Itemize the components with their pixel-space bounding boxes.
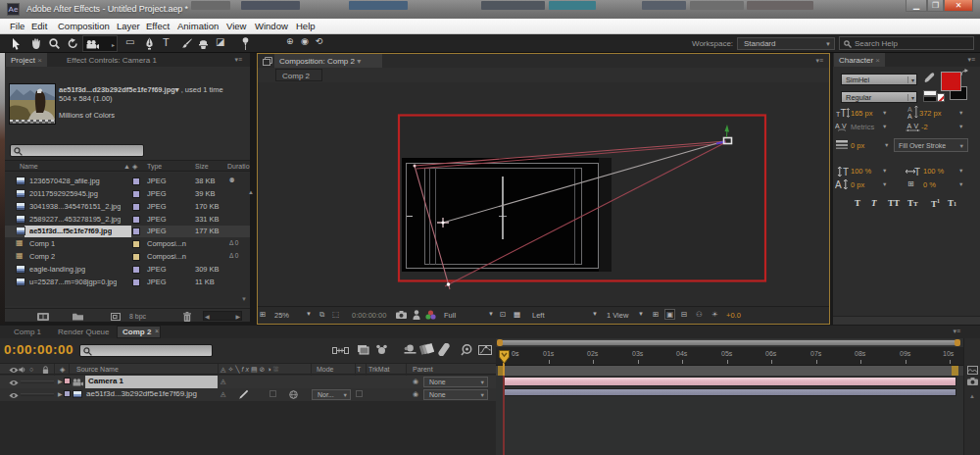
svg-text:V: V (914, 123, 919, 129)
svg-text:T: T (914, 167, 920, 177)
svg-text:A: A (835, 179, 842, 189)
svg-text:V: V (842, 123, 847, 129)
svg-text:A: A (907, 113, 912, 120)
svg-text:T: T (841, 108, 847, 118)
svg-text:T: T (843, 167, 849, 177)
svg-text:A: A (835, 123, 840, 129)
svg-text:A: A (907, 123, 912, 129)
